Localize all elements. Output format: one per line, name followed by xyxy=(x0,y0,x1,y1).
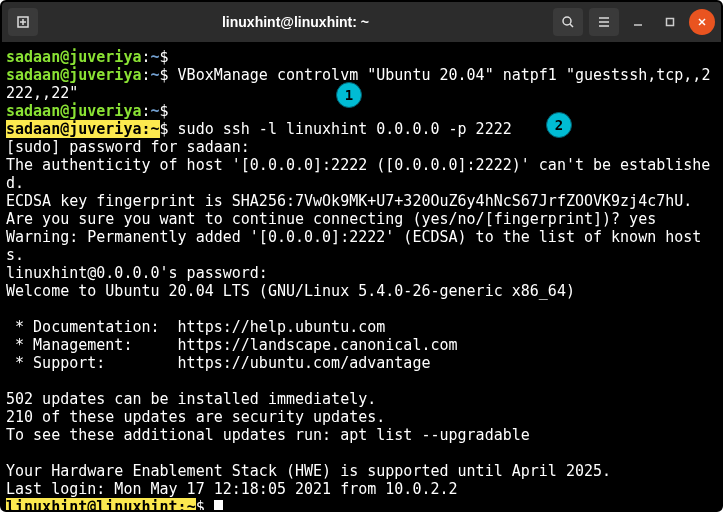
output-line: Your Hardware Enablement Stack (HWE) is … xyxy=(6,462,611,480)
output-line: 502 updates can be installed immediately… xyxy=(6,390,376,408)
close-icon xyxy=(697,17,707,27)
callout-2: 2 xyxy=(546,112,572,138)
prompt-highlighted: linuxhint@linuxhint:~ xyxy=(6,498,196,510)
window-title: linuxhint@linuxhint: ~ xyxy=(38,14,553,30)
maximize-icon xyxy=(665,17,675,27)
minimize-button[interactable] xyxy=(625,9,651,35)
output-line: 210 of these updates are security update… xyxy=(6,408,385,426)
svg-line-4 xyxy=(570,24,573,27)
output-line: Warning: Permanently added '[0.0.0.0]:22… xyxy=(6,228,701,264)
close-button[interactable] xyxy=(689,9,715,35)
new-tab-icon xyxy=(16,15,30,29)
cursor xyxy=(214,500,223,510)
minimize-icon xyxy=(633,17,643,27)
maximize-button[interactable] xyxy=(657,9,683,35)
output-line: * Support: https://ubuntu.com/advantage xyxy=(6,354,430,372)
svg-rect-9 xyxy=(667,19,674,26)
prompt-user: sadaan@juveriya xyxy=(6,48,141,66)
callout-1: 1 xyxy=(336,82,362,108)
hamburger-icon xyxy=(597,15,611,29)
terminal-window: linuxhint@linuxhint: ~ sadaan@juveriya:~… xyxy=(0,0,723,512)
output-line: ECDSA key fingerprint is SHA256:7VwOk9MK… xyxy=(6,192,692,210)
output-line: linuxhint@0.0.0.0's password: xyxy=(6,264,268,282)
output-line: The authenticity of host '[0.0.0.0]:2222… xyxy=(6,156,710,192)
search-button[interactable] xyxy=(553,8,583,36)
new-tab-button[interactable] xyxy=(8,8,38,36)
output-line: To see these additional updates run: apt… xyxy=(6,426,530,444)
output-line: Welcome to Ubuntu 20.04 LTS (GNU/Linux 5… xyxy=(6,282,575,300)
output-line: * Management: https://landscape.canonica… xyxy=(6,336,458,354)
output-line: * Documentation: https://help.ubuntu.com xyxy=(6,318,385,336)
search-icon xyxy=(561,15,575,29)
command-ssh: sudo ssh -l linuxhint 0.0.0.0 -p 2222 xyxy=(178,120,512,138)
output-line: Are you sure you want to continue connec… xyxy=(6,210,656,228)
titlebar: linuxhint@linuxhint: ~ xyxy=(2,2,721,42)
svg-point-3 xyxy=(563,17,571,25)
prompt-path: ~ xyxy=(151,48,160,66)
output-line: Last login: Mon May 17 12:18:05 2021 fro… xyxy=(6,480,458,498)
terminal-body[interactable]: sadaan@juveriya:~$ sadaan@juveriya:~$ VB… xyxy=(2,42,721,510)
output-line: [sudo] password for sadaan: xyxy=(6,138,250,156)
menu-button[interactable] xyxy=(589,8,619,36)
prompt-highlighted: sadaan@juveriya:~ xyxy=(6,120,160,138)
